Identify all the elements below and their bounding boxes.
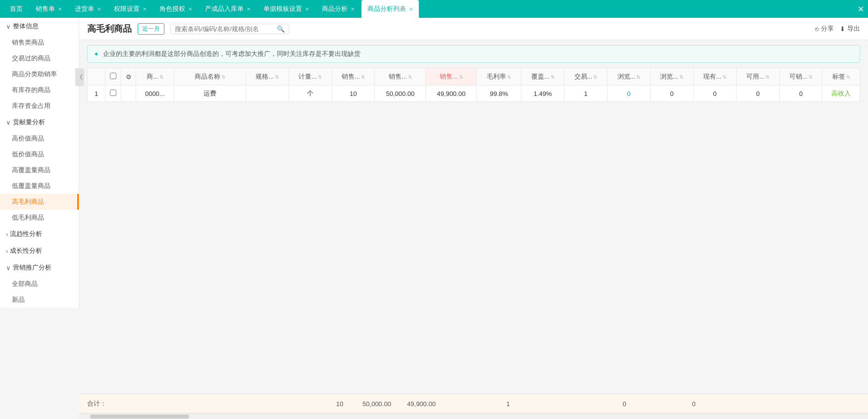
sort-sales-amount[interactable]: ⇅	[408, 74, 412, 80]
cell-current-stock: 0	[693, 86, 736, 102]
header-actions: ⎋ 分享 ⬇ 导出	[815, 24, 860, 33]
share-icon: ⎋	[815, 25, 819, 33]
cell-sales-profit: 49,900.00	[426, 86, 477, 102]
row-checkbox[interactable]	[110, 90, 116, 96]
col-browse2[interactable]: 浏览... ⇅	[650, 68, 693, 86]
sidebar-group-growth[interactable]: › 成长性分析	[0, 242, 79, 259]
tab-purchase[interactable]: 进货单 ✕	[69, 0, 107, 18]
sidebar: ∨ 整体信息 销售类商品 交易过的商品 商品分类助销率 有库存的商品 库存资金占…	[0, 18, 79, 308]
footer-sales-amount: 50,000.00	[355, 400, 399, 408]
sidebar-item-new-goods[interactable]: 新品	[0, 292, 79, 308]
sidebar-group-marketing[interactable]: ∨ 营销推广分析	[0, 259, 79, 276]
cell-code: 0000...	[136, 86, 174, 102]
col-browse1[interactable]: 浏览... ⇅	[607, 68, 650, 86]
cell-name: 运费	[174, 86, 246, 102]
footer-spacer3	[528, 400, 607, 408]
sort-code[interactable]: ⇅	[159, 74, 163, 80]
sidebar-item-low-value[interactable]: 低价值商品	[0, 146, 79, 162]
sidebar-item-sales-goods[interactable]: 销售类商品	[0, 35, 79, 50]
sort-gross-rate[interactable]: ⇅	[507, 74, 511, 80]
info-banner: ✦ 企业的主要的利润都是这部分商品创造的，可考虑加大推广，同时关注库存是不要出现…	[87, 45, 860, 63]
sort-spec[interactable]: ⇅	[275, 74, 279, 80]
sidebar-item-low-coverage[interactable]: 低覆盖量商品	[0, 178, 79, 194]
arrow-contribution: ∨	[6, 119, 11, 126]
col-sales-qty[interactable]: 销售... ⇅	[332, 68, 375, 86]
close-tab-template[interactable]: ✕	[305, 6, 309, 12]
col-code[interactable]: 商... ⇅	[136, 68, 174, 86]
col-check[interactable]	[105, 68, 121, 86]
sidebar-item-in-stock[interactable]: 有库存的商品	[0, 82, 79, 98]
sidebar-item-low-margin[interactable]: 低毛利商品	[0, 210, 79, 226]
tab-template[interactable]: 单据模板设置 ✕	[257, 0, 315, 18]
settings-icon[interactable]: ⚙	[126, 73, 132, 81]
sidebar-group-contribution[interactable]: ∨ 贡献量分析	[0, 114, 79, 131]
sort-tag[interactable]: ⇅	[846, 74, 850, 80]
sidebar-group-trend[interactable]: › 流趋性分析	[0, 226, 79, 242]
col-current-stock[interactable]: 现有... ⇅	[693, 68, 736, 86]
select-all-checkbox[interactable]	[110, 73, 116, 79]
col-sales-profit[interactable]: 销售... ⇅	[426, 68, 477, 86]
footer-label: 合计：	[87, 399, 147, 408]
tab-analysis[interactable]: 商品分析 ✕	[316, 0, 360, 18]
col-available[interactable]: 可用... ⇅	[736, 68, 779, 86]
scrollbar-thumb[interactable]	[90, 415, 189, 419]
col-coverage[interactable]: 覆盖... ⇅	[521, 68, 564, 86]
sidebar-item-high-value[interactable]: 高价值商品	[0, 131, 79, 146]
close-tab-analysis-list[interactable]: ✕	[409, 6, 413, 12]
close-tab-analysis[interactable]: ✕	[351, 6, 355, 12]
search-icon[interactable]: 🔍	[277, 25, 285, 33]
sidebar-item-stock-capital[interactable]: 库存资金占用	[0, 98, 79, 114]
sort-name[interactable]: ⇅	[221, 74, 225, 80]
col-gross-rate[interactable]: 毛利率 ⇅	[477, 68, 521, 86]
cell-browse1[interactable]: 0	[607, 86, 650, 102]
sort-transactions[interactable]: ⇅	[593, 74, 597, 80]
horizontal-scrollbar[interactable]	[79, 413, 868, 419]
close-all-tabs[interactable]: ✕	[858, 4, 864, 14]
close-tab-purchase[interactable]: ✕	[97, 6, 101, 12]
sort-current-stock[interactable]: ⇅	[722, 74, 726, 80]
close-tab-sales[interactable]: ✕	[58, 6, 62, 12]
cell-check[interactable]	[105, 86, 121, 102]
data-table-wrapper[interactable]: ⚙ 商... ⇅ 商品名称 ⇅	[79, 68, 868, 393]
close-tab-permissions[interactable]: ✕	[143, 6, 147, 12]
data-table: ⚙ 商... ⇅ 商品名称 ⇅	[87, 68, 860, 102]
close-tab-roles[interactable]: ✕	[188, 6, 192, 12]
col-saleable[interactable]: 可销... ⇅	[779, 68, 822, 86]
search-input[interactable]	[175, 25, 274, 33]
sidebar-item-category-rate[interactable]: 商品分类助销率	[0, 66, 79, 82]
arrow-overall: ∨	[6, 23, 11, 30]
col-name[interactable]: 商品名称 ⇅	[174, 68, 246, 86]
tab-analysis-list[interactable]: 商品分析列表 ✕	[361, 0, 419, 18]
col-sales-amount[interactable]: 销售... ⇅	[375, 68, 426, 86]
tab-roles[interactable]: 角色授权 ✕	[153, 0, 198, 18]
sidebar-collapse-button[interactable]: 《	[75, 68, 84, 86]
date-filter-button[interactable]: 近一月	[138, 23, 164, 35]
sort-coverage[interactable]: ⇅	[551, 74, 555, 80]
share-button[interactable]: ⎋ 分享	[815, 24, 834, 33]
col-tag[interactable]: 标签 ⇅	[822, 68, 860, 86]
arrow-trend: ›	[6, 231, 8, 238]
sort-unit[interactable]: ⇅	[318, 74, 322, 80]
col-unit[interactable]: 计量... ⇅	[289, 68, 332, 86]
sidebar-item-traded-goods[interactable]: 交易过的商品	[0, 50, 79, 66]
footer-saleable: 0	[676, 400, 711, 408]
sort-saleable[interactable]: ⇅	[809, 74, 813, 80]
sort-browse1[interactable]: ⇅	[636, 74, 640, 80]
tab-permissions[interactable]: 权限设置 ✕	[108, 0, 153, 18]
sidebar-group-overall[interactable]: ∨ 整体信息	[0, 18, 79, 35]
col-spec[interactable]: 规格... ⇅	[246, 68, 289, 86]
sort-browse2[interactable]: ⇅	[679, 74, 683, 80]
sidebar-item-all-goods[interactable]: 全部商品	[0, 276, 79, 292]
col-settings[interactable]: ⚙	[121, 68, 136, 86]
col-transactions[interactable]: 交易... ⇅	[564, 68, 608, 86]
sidebar-item-high-coverage[interactable]: 高覆盖量商品	[0, 162, 79, 178]
sort-sales-qty[interactable]: ⇅	[361, 74, 365, 80]
export-button[interactable]: ⬇ 导出	[840, 24, 860, 33]
tab-finished-goods[interactable]: 产成品入库单 ✕	[199, 0, 256, 18]
tab-home[interactable]: 首页	[4, 0, 29, 18]
sort-sales-profit[interactable]: ⇅	[459, 74, 463, 80]
tab-sales[interactable]: 销售单 ✕	[30, 0, 68, 18]
close-tab-finished[interactable]: ✕	[247, 6, 251, 12]
sidebar-item-high-margin[interactable]: 高毛利商品	[0, 194, 79, 210]
sort-available[interactable]: ⇅	[766, 74, 769, 80]
